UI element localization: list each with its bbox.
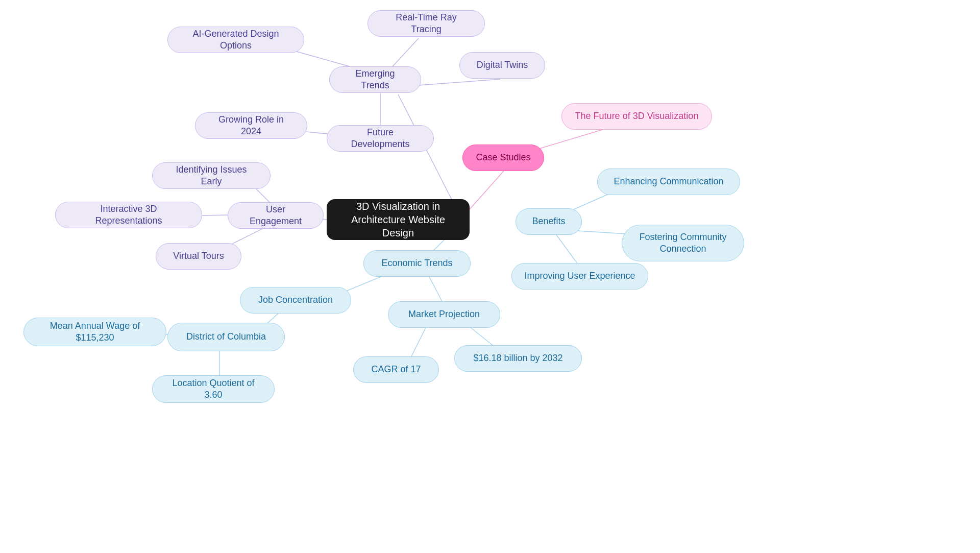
case-studies-node: Case Studies [462, 145, 544, 171]
market-projection-node: Market Projection [388, 301, 500, 328]
enhancing-comm-node: Enhancing Communication [597, 169, 740, 195]
district-columbia-node: District of Columbia [167, 323, 285, 351]
benefits-node: Benefits [516, 208, 582, 235]
ai-generated-node: AI-Generated Design Options [167, 27, 304, 53]
mean-annual-wage-node: Mean Annual Wage of $115,230 [23, 318, 166, 346]
real-time-ray-node: Real-Time Ray Tracing [368, 10, 485, 37]
future-developments-node: Future Developments [327, 125, 434, 152]
identifying-issues-node: Identifying Issues Early [152, 162, 271, 189]
improving-ux-node: Improving User Experience [511, 263, 648, 290]
location-quotient-node: Location Quotient of 3.60 [152, 375, 275, 403]
economic-trends-node: Economic Trends [363, 250, 471, 277]
job-concentration-node: Job Concentration [240, 287, 351, 314]
svg-line-0 [398, 94, 459, 214]
virtual-tours-node: Virtual Tours [156, 243, 241, 270]
center-node: 3D Visualization in Architecture Website… [327, 199, 470, 240]
digital-twins-node: Digital Twins [459, 52, 545, 79]
billion-2032-node: $16.18 billion by 2032 [454, 345, 582, 372]
emerging-trends-node: Emerging Trends [329, 66, 421, 93]
future-3d-node: The Future of 3D Visualization [561, 103, 712, 130]
cagr-node: CAGR of 17 [353, 356, 439, 383]
user-engagement-node: User Engagement [228, 202, 324, 229]
interactive-3d-node: Interactive 3D Representations [55, 202, 202, 228]
fostering-comm-node: Fostering Community Connection [622, 225, 744, 261]
growing-role-node: Growing Role in 2024 [195, 112, 307, 139]
